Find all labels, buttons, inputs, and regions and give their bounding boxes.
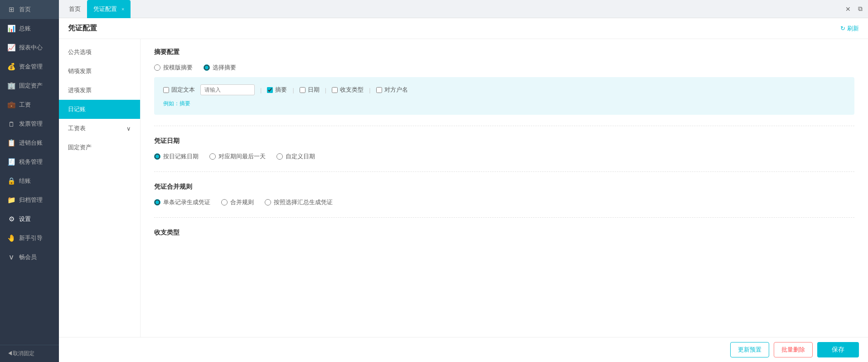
sidebar-item-assets[interactable]: 🏢 固定资产 bbox=[0, 76, 59, 95]
checkbox-counterpart-input[interactable] bbox=[376, 87, 382, 93]
sidebar-item-sales[interactable]: 📋 进销台账 bbox=[0, 133, 59, 152]
guide-icon: 🤚 bbox=[7, 234, 15, 242]
sidebar-item-funds[interactable]: 💰 资金管理 bbox=[0, 57, 59, 76]
summary-radio-group: 按模版摘要 选择摘要 bbox=[154, 64, 854, 72]
sidebar-item-salary[interactable]: 💼 工资 bbox=[0, 95, 59, 114]
sidebar-item-home[interactable]: ⊞ 首页 bbox=[0, 0, 59, 19]
merge-rules-radio-group: 单条记录生成凭证 合并规则 按照选择汇总生成凭证 bbox=[154, 198, 854, 206]
left-nav-fixed-assets[interactable]: 固定资产 bbox=[59, 138, 140, 157]
close-accounts-icon: 🔒 bbox=[7, 177, 15, 185]
checkbox-date-input[interactable] bbox=[300, 87, 305, 93]
refresh-icon: ↻ bbox=[840, 25, 845, 32]
income-type-title: 收支类型 bbox=[154, 229, 854, 237]
radio-merge[interactable]: 合并规则 bbox=[221, 198, 254, 206]
refresh-button[interactable]: ↻ 刷新 bbox=[840, 24, 859, 33]
content-wrapper: 公共选项 销项发票 进项发票 日记账 工资表 ∨ 固定资产 bbox=[59, 39, 868, 337]
radio-template-summary[interactable]: 按模版摘要 bbox=[154, 64, 193, 72]
radio-journal-date[interactable]: 按日记账日期 bbox=[154, 152, 199, 161]
radio-journal-date-input[interactable] bbox=[154, 153, 160, 160]
page-title: 凭证配置 bbox=[68, 24, 97, 33]
home-icon: ⊞ bbox=[7, 5, 15, 14]
right-content: 摘要配置 按模版摘要 选择摘要 bbox=[141, 39, 868, 337]
sidebar-toggle-label: ◀取消固定 bbox=[7, 350, 34, 357]
save-button[interactable]: 保存 bbox=[817, 342, 859, 357]
sidebar-item-close[interactable]: 🔒 结账 bbox=[0, 171, 59, 191]
radio-single[interactable]: 单条记录生成凭证 bbox=[154, 198, 210, 206]
merge-rules-section: 凭证合并规则 单条记录生成凭证 合并规则 按照选择汇总生成凭证 bbox=[154, 183, 854, 218]
left-nav-sales-invoice[interactable]: 销项发票 bbox=[59, 62, 140, 81]
tab-close-icon[interactable]: × bbox=[121, 6, 124, 12]
radio-select-input[interactable] bbox=[204, 64, 210, 71]
radio-period-last[interactable]: 对应期间最后一天 bbox=[209, 152, 266, 161]
summary-example: 例如：摘要 bbox=[163, 100, 845, 108]
checkbox-counterpart[interactable]: 对方户名 bbox=[376, 86, 408, 94]
tab-home-label: 首页 bbox=[69, 5, 81, 13]
tab-bar: 首页 凭证配置 × ✕ ⧉ bbox=[59, 0, 868, 18]
sidebar-item-ledger[interactable]: 📊 总账 bbox=[0, 19, 59, 38]
example-value: 摘要 bbox=[179, 100, 190, 107]
left-nav: 公共选项 销项发票 进项发票 日记账 工资表 ∨ 固定资产 bbox=[59, 39, 141, 337]
sidebar-toggle[interactable]: ◀取消固定 bbox=[0, 345, 59, 362]
checkbox-income-type-input[interactable] bbox=[332, 87, 338, 93]
radio-select-merge-input[interactable] bbox=[265, 199, 271, 205]
sidebar-item-report[interactable]: 📈 报表中心 bbox=[0, 38, 59, 57]
payroll-expand-icon: ∨ bbox=[126, 125, 131, 132]
sidebar-item-archive[interactable]: 📁 归档管理 bbox=[0, 191, 59, 210]
sidebar-item-invoice[interactable]: 🗒 发票管理 bbox=[0, 114, 59, 133]
separator-4: | bbox=[369, 87, 370, 93]
radio-period-last-input[interactable] bbox=[209, 153, 216, 160]
refresh-label: 刷新 bbox=[847, 24, 859, 33]
checkbox-fixed-text-input[interactable] bbox=[163, 87, 169, 93]
update-preview-button[interactable]: 更新预置 bbox=[730, 342, 769, 357]
separator-1: | bbox=[260, 87, 262, 93]
checkbox-summary[interactable]: 摘要 bbox=[267, 86, 287, 94]
merge-rules-title: 凭证合并规则 bbox=[154, 183, 854, 191]
window-close-button[interactable]: ✕ bbox=[844, 3, 853, 15]
report-icon: 📈 bbox=[7, 44, 15, 52]
sidebar: ⊞ 首页 📊 总账 📈 报表中心 💰 资金管理 🏢 固定资产 💼 工资 🗒 发票… bbox=[0, 0, 59, 362]
funds-icon: 💰 bbox=[7, 63, 15, 71]
page-header: 凭证配置 ↻ 刷新 bbox=[59, 18, 868, 39]
voucher-date-section: 凭证日期 按日记账日期 对应期间最后一天 自定义日期 bbox=[154, 137, 854, 172]
salary-icon: 💼 bbox=[7, 101, 15, 109]
page-content: 凭证配置 ↻ 刷新 公共选项 销项发票 进项发票 日记账 bbox=[59, 18, 868, 362]
income-type-section: 收支类型 bbox=[154, 229, 854, 255]
checkbox-summary-input[interactable] bbox=[267, 87, 273, 93]
window-resize-button[interactable]: ⧉ bbox=[856, 3, 864, 15]
left-nav-journal[interactable]: 日记账 bbox=[59, 100, 140, 119]
tab-home[interactable]: 首页 bbox=[63, 0, 87, 18]
sidebar-item-tax[interactable]: 🧾 税务管理 bbox=[0, 152, 59, 171]
tab-voucher[interactable]: 凭证配置 × bbox=[87, 0, 131, 18]
separator-3: | bbox=[325, 87, 326, 93]
settings-icon: ⚙ bbox=[7, 215, 15, 223]
checkbox-income-type[interactable]: 收支类型 bbox=[332, 86, 364, 94]
batch-delete-button[interactable]: 批量删除 bbox=[774, 342, 813, 357]
checkbox-fixed-text[interactable]: 固定文本 bbox=[163, 86, 195, 94]
fixed-text-input[interactable] bbox=[200, 84, 255, 95]
summary-config-box: 固定文本 | 摘要 | 日期 bbox=[154, 77, 854, 115]
radio-select-merge[interactable]: 按照选择汇总生成凭证 bbox=[265, 198, 333, 206]
radio-custom-date-input[interactable] bbox=[276, 153, 283, 160]
sidebar-item-settings[interactable]: ⚙ 设置 bbox=[0, 210, 59, 229]
voucher-date-radio-group: 按日记账日期 对应期间最后一天 自定义日期 bbox=[154, 152, 854, 161]
radio-template-input[interactable] bbox=[154, 64, 160, 71]
sidebar-item-guide[interactable]: 🤚 新手引导 bbox=[0, 229, 59, 248]
summary-checkbox-row: 固定文本 | 摘要 | 日期 bbox=[163, 84, 845, 95]
radio-single-input[interactable] bbox=[154, 199, 160, 205]
sales-icon: 📋 bbox=[7, 139, 15, 147]
radio-custom-date[interactable]: 自定义日期 bbox=[276, 152, 315, 161]
sidebar-item-vip[interactable]: V 畅会员 bbox=[0, 248, 59, 267]
left-nav-public[interactable]: 公共选项 bbox=[59, 43, 140, 62]
main-area: 首页 凭证配置 × ✕ ⧉ 凭证配置 ↻ 刷新 公共选项 bbox=[59, 0, 868, 362]
radio-merge-input[interactable] bbox=[221, 199, 228, 205]
bottom-action-bar: 更新预置 批量删除 保存 bbox=[59, 337, 868, 362]
ledger-icon: 📊 bbox=[7, 24, 15, 33]
tab-voucher-label: 凭证配置 bbox=[93, 5, 117, 13]
assets-icon: 🏢 bbox=[7, 82, 15, 90]
radio-select-summary[interactable]: 选择摘要 bbox=[204, 64, 236, 72]
left-nav-payroll[interactable]: 工资表 ∨ bbox=[59, 119, 140, 138]
invoice-icon: 🗒 bbox=[7, 120, 15, 128]
separator-2: | bbox=[292, 87, 294, 93]
left-nav-purchase-invoice[interactable]: 进项发票 bbox=[59, 81, 140, 100]
checkbox-date[interactable]: 日期 bbox=[300, 86, 320, 94]
